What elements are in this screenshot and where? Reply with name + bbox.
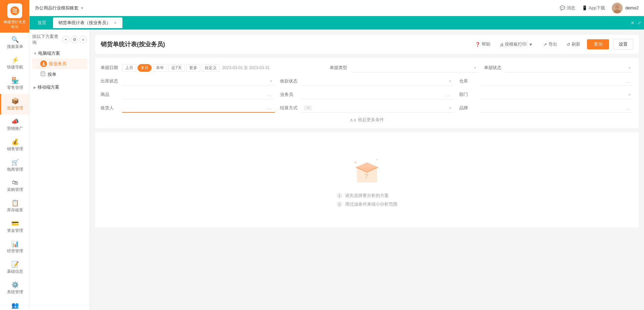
last-month-btn[interactable]: 上月: [122, 64, 136, 72]
tree-child-label: 按业务员: [49, 61, 66, 67]
tip-2-num: 2: [336, 201, 342, 207]
sidebar-item-ecommerce[interactable]: 🛒 电商管理: [0, 155, 29, 176]
export-label: 导出: [548, 41, 557, 47]
sidebar-item-sales[interactable]: 💰 销售管理: [0, 135, 29, 155]
more-btn[interactable]: 更多: [186, 64, 200, 72]
department-input[interactable]: ▾: [481, 90, 633, 99]
tree-section-mobile: ▶ 移动端方案: [32, 82, 87, 92]
tabbar-expand[interactable]: ✕ ⤢: [631, 20, 641, 25]
topbar-right: 💬 消息 📱 App下载 demo2: [560, 3, 639, 13]
payment-method-input[interactable]: × ▾: [302, 103, 454, 113]
page-actions: ❓ 帮助 🖨 按模板打印 ▾ ↗ 导出 ↺ 刷新: [472, 39, 633, 50]
brand-input[interactable]: …: [481, 103, 633, 113]
doc-type-chevron: ▾: [474, 65, 476, 70]
sidebar-item-purchase[interactable]: 🛍 采购管理: [0, 176, 29, 196]
sidebar-item-label: 批发管理: [7, 105, 23, 111]
sidebar-item-label: 基础信息: [7, 269, 23, 274]
right-panel: 销货单统计表(按业务员) ❓ 帮助 🖨 按模板打印 ▾ ↗ 导出: [90, 30, 644, 310]
sidebar-item-label: 零售管理: [7, 85, 23, 91]
tree-child-label: 按单: [48, 71, 56, 78]
receiver-input[interactable]: …: [122, 103, 275, 113]
last-7-days-btn[interactable]: 近7天: [168, 64, 185, 72]
tab-close-icon[interactable]: ×: [113, 20, 117, 26]
warehouse-label: 仓库: [459, 78, 478, 84]
current-year-btn[interactable]: 本年: [153, 64, 167, 72]
print-label: 按模板打印: [505, 41, 527, 47]
warehouse-input[interactable]: …: [481, 76, 633, 86]
help-button[interactable]: ❓ 帮助: [472, 40, 493, 49]
empty-state: ✦ ✦ ✦ ? 1 请先选择要分析的方案 2 用过滤条件来缩小分析范围: [95, 132, 639, 227]
salesperson-label: 业务员: [280, 92, 299, 98]
sidebar-item-label: 搜索菜单: [7, 44, 23, 50]
receipt-status-input[interactable]: ▾: [302, 76, 454, 86]
message-button[interactable]: 💬 消息: [560, 5, 575, 11]
doc-type-input[interactable]: ▾: [351, 63, 479, 72]
sidebar-item-finance[interactable]: 💳 资金管理: [0, 216, 29, 237]
refresh-icon: ↺: [567, 42, 570, 47]
print-dropdown-icon[interactable]: ▾: [527, 41, 534, 48]
filter-item-out-status: 出库状态 ▾: [101, 76, 275, 86]
tab-home[interactable]: 首页: [32, 17, 52, 28]
payment-method-label: 结算方式: [280, 105, 299, 111]
tree-child-by-order[interactable]: 按单: [32, 69, 87, 80]
home-label: 首页: [38, 20, 46, 26]
tree-child-salesperson[interactable]: 按业务员: [32, 58, 87, 69]
query-button[interactable]: 查询: [587, 39, 609, 49]
doc-status-input[interactable]: ▾: [505, 63, 633, 72]
settings-button[interactable]: 设置: [613, 39, 633, 50]
user-area[interactable]: demo2: [612, 3, 639, 13]
custom-btn[interactable]: 自定义: [202, 64, 220, 72]
current-month-btn[interactable]: 本月: [138, 64, 152, 72]
tree-parent-desktop[interactable]: ▼ 电脑端方案: [32, 48, 87, 58]
sidebar-item-operations[interactable]: 📊 经营管理: [0, 237, 29, 257]
tab-active[interactable]: 销货单统计表（按业务员） ×: [53, 17, 122, 28]
export-icon: ↗: [543, 42, 547, 47]
left-panel: 按以下方案查询 + ⚙ « ▼ 电脑端方案: [30, 30, 90, 310]
sidebar-item-enterprise[interactable]: 👥 企业协同: [0, 298, 29, 310]
sidebar-item-system[interactable]: ⚙️ 系统管理: [0, 278, 29, 298]
receipt-status-label: 收款状态: [280, 78, 299, 84]
logo-area[interactable]: 畅捷通好生意 标版: [0, 0, 29, 33]
receiver-dots: …: [267, 105, 272, 111]
print-button[interactable]: 🖨 按模板打印 ▾: [497, 39, 537, 50]
salesperson-input[interactable]: …: [302, 90, 454, 99]
tree-parent-mobile[interactable]: ▶ 移动端方案: [32, 82, 87, 92]
topbar-dropdown-icon[interactable]: ▾: [81, 6, 83, 10]
payment-tag[interactable]: ×: [304, 105, 312, 110]
tree-section-label: 电脑端方案: [38, 50, 60, 56]
export-button[interactable]: ↗ 导出: [541, 40, 560, 49]
out-status-input[interactable]: ▾: [122, 76, 275, 86]
inventory-icon: 📋: [11, 199, 19, 207]
app-download-button[interactable]: 📱 App下载: [582, 5, 605, 11]
tree-expand-icon: ▼: [34, 52, 37, 55]
goods-input[interactable]: …: [122, 90, 275, 99]
sidebar-item-label: 采购管理: [7, 187, 23, 193]
add-scheme-button[interactable]: +: [62, 36, 69, 43]
filter-row-3: 商品 … 业务员 … 部门: [101, 90, 633, 99]
sidebar-item-search[interactable]: 🔍 搜索菜单: [0, 33, 29, 53]
sidebar-item-quick-nav[interactable]: ⚡ 快捷导航: [0, 53, 29, 73]
sidebar-item-inventory[interactable]: 📋 库存核算: [0, 196, 29, 216]
tree-expand-icon: ▶: [34, 86, 36, 89]
help-label: 帮助: [482, 41, 490, 47]
collapse-button[interactable]: ∧∧ 收起更多条件: [101, 117, 633, 123]
maximize-icon[interactable]: ⤢: [637, 20, 641, 25]
active-tab-label: 销货单统计表（按业务员）: [58, 20, 111, 26]
sidebar-item-basic-info[interactable]: 📝 基础信息: [0, 257, 29, 278]
brand-label: 品牌: [459, 105, 478, 111]
filter-item-receipt-status: 收款状态 ▾: [280, 76, 454, 86]
sidebar-item-label: 销售管理: [7, 146, 23, 152]
collapse-panel-button[interactable]: «: [79, 36, 87, 43]
refresh-button[interactable]: ↺ 刷新: [564, 40, 583, 49]
sidebar-item-wholesale[interactable]: 📦 批发管理: [0, 94, 29, 114]
svg-text:✦: ✦: [375, 158, 378, 161]
settings-scheme-button[interactable]: ⚙: [71, 36, 78, 43]
payment-tag-close[interactable]: ×: [308, 106, 310, 110]
close-window-icon[interactable]: ✕: [631, 20, 635, 25]
content: 按以下方案查询 + ⚙ « ▼ 电脑端方案: [30, 30, 644, 310]
sidebar-item-marketing[interactable]: 📣 营销推广: [0, 114, 29, 135]
salesperson-dots: …: [446, 92, 451, 98]
doc-type-label: 单据类型: [330, 65, 348, 71]
sidebar-item-retail[interactable]: 🏪 零售管理: [0, 73, 29, 94]
download-icon: 📱: [582, 5, 587, 10]
